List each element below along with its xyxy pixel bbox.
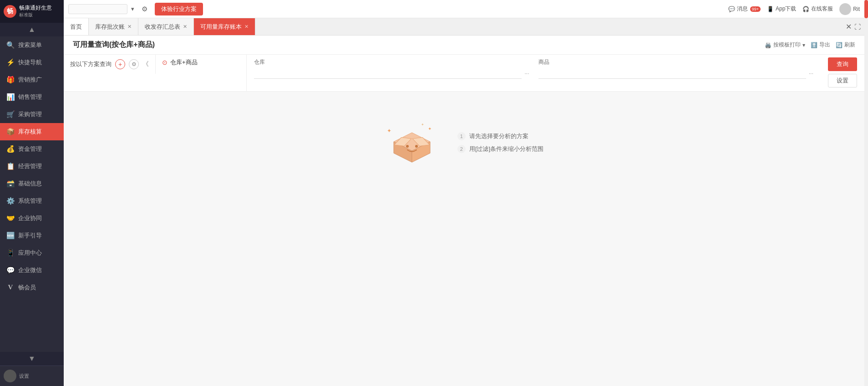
tab-available-ledger[interactable]: 可用量库存账本 ✕ [194, 18, 255, 35]
sidebar-item-purchase[interactable]: 🛒 采购管理 [0, 106, 64, 123]
warehouse-input[interactable] [254, 68, 522, 79]
online-service-label: 在线客服 [811, 5, 833, 13]
topbar-right-area: 💬 消息 99+ 📱 App下载 🎧 在线客服 Rit [728, 3, 860, 15]
tab-receipts-summary[interactable]: 收发存汇总表 ✕ [138, 18, 194, 35]
warehouse-field: 仓库 ··· [254, 58, 529, 79]
topbar-settings-btn[interactable]: ⚙ [140, 4, 149, 14]
sidebar-item-inventory-label: 库存核算 [18, 128, 42, 136]
topbar-user-name: Rit [853, 6, 860, 12]
sidebar-item-basic[interactable]: 🗃️ 基础信息 [0, 175, 64, 192]
sidebar-item-sales[interactable]: 📊 销售管理 [0, 88, 64, 106]
cart-icon: 🛒 [6, 110, 15, 118]
tabbar-close-btn[interactable]: ✕ [846, 22, 852, 31]
sidebar-item-enterprise[interactable]: 🤝 企业协同 [0, 210, 64, 227]
page-content: 可用量查询(按仓库+商品) 🖨️ 按模板打印 ▾ ⬆️ 导出 🔄 刷新 [64, 36, 864, 386]
filter-collapse-btn[interactable]: 《 [142, 60, 149, 68]
goods-input-row: ··· [538, 68, 814, 79]
tab-home[interactable]: 首页 [64, 18, 89, 35]
print-dropdown-icon: ▾ [802, 42, 805, 48]
sidebar-item-operations[interactable]: 📋 经营管理 [0, 158, 64, 175]
tab-batch-ledger-close[interactable]: ✕ [127, 24, 132, 30]
sidebar-item-basic-label: 基础信息 [18, 180, 42, 188]
goods-more-btn[interactable]: ··· [809, 70, 813, 77]
sidebar-item-finance[interactable]: 💰 资金管理 [0, 140, 64, 158]
topbar-message[interactable]: 💬 消息 99+ [728, 5, 761, 13]
page-header-actions: 🖨️ 按模板打印 ▾ ⬆️ 导出 🔄 刷新 [765, 41, 855, 49]
right-scrollbar[interactable] [864, 0, 868, 386]
tab-receipts-summary-close[interactable]: ✕ [183, 24, 187, 30]
topbar-app-download[interactable]: 📱 App下载 [767, 5, 796, 13]
sidebar-item-inventory[interactable]: 📦 库存核算 [0, 123, 64, 140]
filter-controls: 按以下方案查询 + ⚙ 《 [64, 55, 156, 74]
topbar-user-info[interactable]: Rit [839, 3, 860, 15]
phone-icon: 📱 [6, 249, 15, 257]
industry-solution-btn[interactable]: 体验行业方案 [155, 3, 203, 15]
sidebar-item-guide[interactable]: 🆕 新手引导 [0, 227, 64, 244]
empty-hint-1: 1 请先选择要分析的方案 [457, 132, 543, 140]
sidebar-item-system-label: 系统管理 [18, 197, 42, 205]
topbar-online-service[interactable]: 🎧 在线客服 [802, 5, 833, 13]
app-download-label: App下载 [776, 5, 796, 13]
tabbar-expand-btn[interactable]: ⛶ [854, 23, 861, 31]
sidebar-version: 标准版 [19, 12, 52, 18]
main-area: ▾ ⚙ 体验行业方案 💬 消息 99+ 📱 App下载 🎧 在线客服 [64, 0, 864, 386]
sidebar-item-apps[interactable]: 📱 应用中心 [0, 244, 64, 262]
new-icon: 🆕 [6, 232, 15, 240]
goods-input[interactable] [538, 68, 806, 79]
settings-btn[interactable]: 设置 [828, 74, 857, 87]
tabbar: 首页 库存批次账 ✕ 收发存汇总表 ✕ 可用量库存账本 ✕ ✕ ⛶ [64, 18, 864, 36]
sidebar-item-search[interactable]: 🔍 搜索菜单 [0, 36, 64, 54]
sidebar-item-marketing-label: 营销推广 [18, 76, 42, 84]
money-icon: 💰 [6, 145, 15, 153]
refresh-label: 刷新 [844, 41, 855, 49]
vip-icon: V [6, 283, 15, 291]
message-icon: 💬 [728, 6, 735, 12]
sidebar-item-vip[interactable]: V 畅会员 [0, 279, 64, 296]
svg-point-6 [415, 145, 418, 148]
sidebar-item-search-label: 搜索菜单 [18, 41, 42, 49]
inventory-icon: 📦 [6, 128, 15, 136]
topbar-dropdown-btn[interactable]: ▾ [129, 5, 136, 13]
refresh-btn[interactable]: 🔄 刷新 [836, 41, 855, 49]
warehouse-input-row: ··· [254, 68, 529, 79]
sidebar-item-wechat-label: 企业微信 [18, 266, 42, 274]
sidebar-menu: 🔍 搜索菜单 ⚡ 快捷导航 🎁 营销推广 📊 销售管理 🛒 采购管理 📦 [0, 36, 64, 352]
filter-add-btn[interactable]: + [115, 59, 125, 69]
tab-batch-ledger[interactable]: 库存批次账 ✕ [89, 18, 138, 35]
empty-state: ✦ ✦ ✦ 1 请先选择要分析的方案 2 用[过滤]条件来缩 [64, 92, 864, 193]
template-print-label: 按模板打印 [773, 41, 801, 49]
topbar-search-area: ▾ [68, 4, 136, 14]
message-label: 消息 [737, 5, 748, 13]
tab-receipts-summary-label: 收发存汇总表 [145, 23, 180, 31]
tab-available-ledger-close[interactable]: ✕ [244, 24, 249, 30]
sidebar-item-marketing[interactable]: 🎁 营销推广 [0, 71, 64, 88]
export-btn[interactable]: ⬆️ 导出 [811, 41, 830, 49]
sidebar-item-purchase-label: 采购管理 [18, 110, 42, 118]
message-badge: 99+ [750, 6, 761, 12]
database-icon: 🗃️ [6, 180, 15, 188]
scheme-list: ⊙ 仓库+商品 [156, 55, 247, 91]
warehouse-more-btn[interactable]: ··· [524, 70, 529, 77]
sidebar-item-system[interactable]: ⚙️ 系统管理 [0, 192, 64, 210]
sidebar-item-guide-label: 新手引导 [18, 232, 42, 240]
tab-available-ledger-label: 可用量库存账本 [200, 23, 242, 31]
filter-settings-icon-btn[interactable]: ⚙ [129, 59, 139, 69]
sidebar-item-operations-label: 经营管理 [18, 162, 42, 170]
sidebar-user[interactable]: 设置 [0, 365, 64, 386]
query-btn[interactable]: 查询 [828, 57, 857, 71]
warehouse-field-label: 仓库 [254, 58, 529, 66]
svg-point-5 [406, 145, 409, 148]
sidebar-item-wechat[interactable]: 💬 企业微信 [0, 262, 64, 279]
scheme-item-warehouse-goods[interactable]: ⊙ 仓库+商品 [156, 55, 246, 70]
lightning-icon: ⚡ [6, 58, 15, 67]
sidebar-header: 畅 畅康通好生意 标准版 [0, 0, 64, 23]
sidebar-scroll-down[interactable]: ▼ [0, 352, 64, 365]
sidebar-item-shortcuts[interactable]: ⚡ 快捷导航 [0, 54, 64, 71]
action-buttons: 查询 设置 [821, 55, 864, 90]
topbar-user-avatar [839, 3, 851, 15]
sidebar-item-sales-label: 销售管理 [18, 93, 42, 101]
template-print-btn[interactable]: 🖨️ 按模板打印 ▾ [765, 41, 805, 49]
topbar-search-input[interactable] [68, 4, 127, 14]
sidebar-scroll-up[interactable]: ▲ [0, 23, 64, 36]
refresh-icon: 🔄 [836, 42, 843, 48]
